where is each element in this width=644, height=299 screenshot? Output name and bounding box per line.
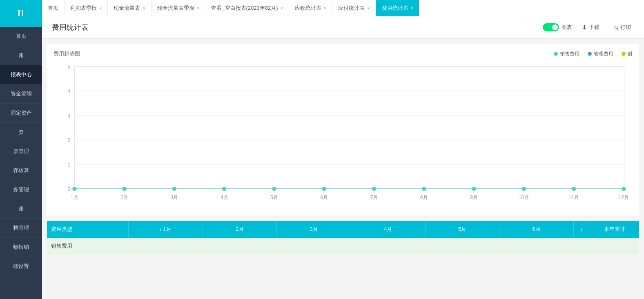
svg-point-20 <box>422 187 426 191</box>
tab-blank-report[interactable]: 查看_空白报表(2023年02月) × <box>205 0 289 16</box>
row-cell-arrow <box>574 238 590 254</box>
chart-toggle-wrap: 图表 <box>543 23 572 31</box>
svg-text:1月: 1月 <box>71 195 78 200</box>
sidebar-item-resources[interactable]: 资 <box>0 123 42 142</box>
tab-close-receivable[interactable]: × <box>324 6 326 11</box>
header-actions: 图表 ⬇ 下载 🖨 打印 <box>543 22 634 33</box>
svg-text:7月: 7月 <box>370 195 378 200</box>
row-cell-3 <box>277 238 351 254</box>
tab-profit-quarterly[interactable]: 利润表季报 × <box>65 0 108 16</box>
tab-receivable[interactable]: 应收统计表 × <box>289 0 332 16</box>
svg-point-15 <box>172 187 176 191</box>
svg-point-18 <box>322 187 326 191</box>
sidebar-item-assets[interactable]: 固定资产 <box>0 104 42 123</box>
tab-bar: 首页 利润表季报 × 现金流量表 × 现金流量表季报 × 查看_空白报表(202… <box>42 0 644 16</box>
legend-dot-finance <box>622 52 626 56</box>
page-header: 费用统计表 图表 ⬇ 下载 🖨 打印 <box>42 16 644 39</box>
chart-legend: 销售费用 管理费用 财 <box>554 51 633 58</box>
col-ytd: 本年累计 <box>590 221 639 238</box>
sidebar: fi 首页 账 报表中心 资金管理 固定资产 资 票管理 存核算 务管理 账 档… <box>0 0 42 299</box>
legend-finance: 财 <box>622 51 633 58</box>
svg-point-23 <box>572 187 576 191</box>
main-area: 首页 利润表季报 × 现金流量表 × 现金流量表季报 × 查看_空白报表(202… <box>42 0 644 299</box>
sidebar-item-account[interactable]: 账 <box>0 46 42 65</box>
svg-text:1: 1 <box>67 162 70 168</box>
svg-text:12月: 12月 <box>618 195 629 200</box>
col-month-6: 6月 <box>499 221 574 238</box>
svg-point-22 <box>522 187 526 191</box>
tab-expense-stats[interactable]: 费用统计表 × <box>376 0 419 16</box>
sidebar-item-tickets[interactable]: 票管理 <box>0 142 42 161</box>
chart-section: 费用趋势图 销售费用 管理费用 财 <box>47 44 639 216</box>
col-month-4: 4月 <box>351 221 426 238</box>
sidebar-item-expense[interactable]: 畅报销 <box>0 238 42 257</box>
table-body: 销售费用 <box>47 238 639 255</box>
tab-close-blank-report[interactable]: × <box>281 6 283 11</box>
col-month-5: 5月 <box>426 221 500 238</box>
col-type: 费用类型 <box>47 221 129 238</box>
tab-cashflow-quarterly[interactable]: 现金流量表季报 × <box>152 0 205 16</box>
download-button[interactable]: ⬇ 下载 <box>579 22 603 33</box>
svg-point-19 <box>372 187 376 191</box>
sidebar-item-funds[interactable]: 资金管理 <box>0 84 42 104</box>
row-cell-6 <box>499 238 574 254</box>
tab-cashflow[interactable]: 现金流量表 × <box>108 0 151 16</box>
sidebar-item-archive[interactable]: 档管理 <box>0 219 42 238</box>
tab-close-payable[interactable]: × <box>367 6 370 11</box>
tab-home[interactable]: 首页 <box>42 0 65 16</box>
svg-text:3: 3 <box>67 113 70 119</box>
table-header-row: 费用类型 ‹ 1月 2月 3月 4月 5月 <box>47 221 639 238</box>
chart-header: 费用趋势图 销售费用 管理费用 财 <box>53 50 633 58</box>
print-icon: 🖨 <box>613 24 619 31</box>
svg-point-14 <box>123 187 127 191</box>
sidebar-item-settings[interactable]: 础设置 <box>0 257 42 276</box>
svg-point-17 <box>272 187 276 191</box>
print-button[interactable]: 🖨 打印 <box>609 22 634 33</box>
sidebar-item-home[interactable]: 首页 <box>0 27 42 46</box>
svg-text:5: 5 <box>67 64 70 70</box>
svg-text:5月: 5月 <box>270 195 278 200</box>
prev-month-arrow[interactable]: ‹ <box>160 226 162 233</box>
svg-text:10月: 10月 <box>519 195 529 200</box>
chart-area: 0 1 2 3 4 5 <box>53 62 633 209</box>
col-next-arrow[interactable]: › <box>574 221 590 238</box>
row-cell-2 <box>203 238 277 254</box>
tab-close-expense-stats[interactable]: × <box>411 6 413 11</box>
col-month-3: 3月 <box>277 221 351 238</box>
row-ytd <box>590 238 639 254</box>
page-title: 费用统计表 <box>52 22 89 32</box>
legend-admin: 管理费用 <box>588 51 613 58</box>
download-icon: ⬇ <box>582 24 587 31</box>
tab-close-cashflow[interactable]: × <box>143 6 145 11</box>
sidebar-item-reports[interactable]: 报表中心 <box>0 65 42 84</box>
row-cell-4 <box>351 238 426 254</box>
sidebar-item-ledger[interactable]: 账 <box>0 199 42 219</box>
svg-text:4月: 4月 <box>221 195 228 200</box>
tab-close-profit-quarterly[interactable]: × <box>99 6 102 11</box>
tab-close-cashflow-quarterly[interactable]: × <box>197 6 199 11</box>
svg-text:2月: 2月 <box>120 195 128 200</box>
col-month-2: 2月 <box>203 221 277 238</box>
row-cell-1 <box>129 238 203 254</box>
svg-text:0: 0 <box>67 186 70 192</box>
sidebar-item-service[interactable]: 务管理 <box>0 180 42 199</box>
row-cell-5 <box>426 238 500 254</box>
chart-toggle-label: 图表 <box>562 24 572 31</box>
svg-text:9月: 9月 <box>470 195 478 200</box>
legend-dot-sales <box>554 52 558 56</box>
tab-payable[interactable]: 应付统计表 × <box>332 0 376 16</box>
next-month-arrow[interactable]: › <box>581 226 583 233</box>
chart-svg: 0 1 2 3 4 5 <box>53 62 633 209</box>
svg-text:11月: 11月 <box>568 195 579 200</box>
row-type-label: 销售费用 <box>47 238 129 254</box>
svg-text:4: 4 <box>67 89 70 94</box>
expense-table: 费用类型 ‹ 1月 2月 3月 4月 5月 <box>47 221 639 255</box>
svg-text:6月: 6月 <box>320 195 328 200</box>
svg-point-21 <box>472 187 476 191</box>
sidebar-item-inventory[interactable]: 存核算 <box>0 161 42 180</box>
legend-dot-admin <box>588 52 592 56</box>
svg-text:2: 2 <box>67 137 70 143</box>
chart-toggle[interactable] <box>543 23 559 31</box>
col-prev-arrow[interactable]: ‹ 1月 <box>129 221 203 238</box>
app-logo: fi <box>0 0 42 27</box>
